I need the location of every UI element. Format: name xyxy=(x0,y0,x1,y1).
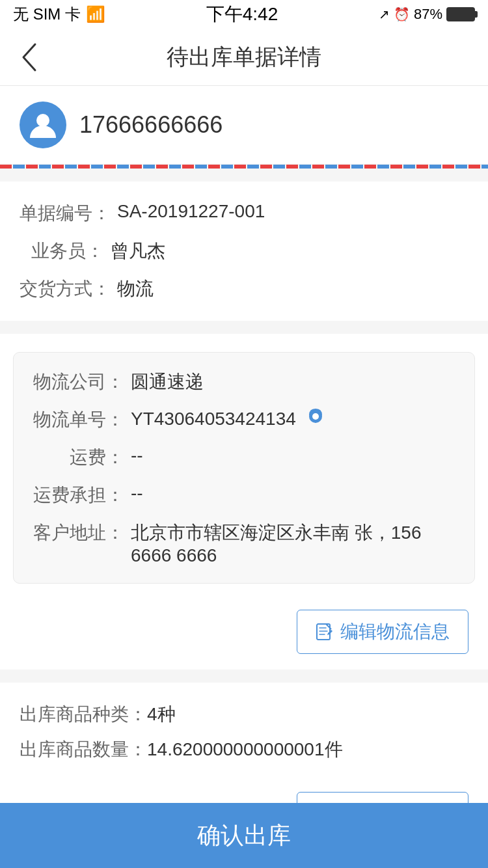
user-phone: 17666666666 xyxy=(79,111,223,139)
logistics-freight-value: -- xyxy=(131,445,455,466)
doc-info-section: 单据编号： SA-20191227-001 业务员： 曾凡杰 交货方式： 物流 xyxy=(0,182,488,321)
section-gap-3 xyxy=(0,670,488,683)
edit-logistics-button[interactable]: 编辑物流信息 xyxy=(297,610,468,654)
sales-rep-label: 业务员： xyxy=(20,239,111,264)
edit-icon xyxy=(316,623,334,641)
nav-bar: 待出库单据详情 xyxy=(0,29,488,86)
section-gap-1 xyxy=(0,169,488,182)
section-gap-2 xyxy=(0,321,488,334)
goods-type-row: 出库商品种类： 4种 xyxy=(20,702,468,727)
delivery-row: 交货方式： 物流 xyxy=(20,277,468,301)
status-bar: 无 SIM 卡 📶 下午4:42 ↗ ⏰ 87% xyxy=(0,0,488,29)
battery-percent: 87% xyxy=(414,6,442,23)
alarm-icon: ⏰ xyxy=(394,7,410,22)
goods-quantity-value: 14.620000000000001件 xyxy=(147,737,343,762)
logistics-tracking-value: YT43064053424134 xyxy=(131,407,455,431)
logistics-company-label: 物流公司： xyxy=(33,370,131,394)
logistics-card: 物流公司： 圆通速递 物流单号： YT43064053424134 xyxy=(13,352,475,584)
doc-number-label: 单据编号： xyxy=(20,201,117,226)
doc-number-value: SA-20191227-001 xyxy=(117,201,468,222)
logistics-company-row: 物流公司： 圆通速递 xyxy=(33,370,455,394)
location-icon: ↗ xyxy=(379,7,390,22)
page-title: 待出库单据详情 xyxy=(167,42,321,72)
svg-point-0 xyxy=(36,114,49,127)
status-time: 下午4:42 xyxy=(206,2,278,27)
logistics-address-row: 客户地址： 北京市市辖区海淀区永丰南 张，156 6666 6666 xyxy=(33,521,455,566)
logistics-freight-label: 运费： xyxy=(33,445,131,470)
logistics-tracking-row: 物流单号： YT43064053424134 xyxy=(33,407,455,432)
edit-logistics-section: 编辑物流信息 xyxy=(0,599,488,670)
goods-type-label: 出库商品种类： xyxy=(20,702,147,727)
logistics-bearer-label: 运费承担： xyxy=(33,483,131,508)
status-right: ↗ ⏰ 87% xyxy=(379,6,475,23)
bottom-bar: 确认出库 xyxy=(0,803,488,868)
edit-logistics-label: 编辑物流信息 xyxy=(340,619,450,644)
battery-icon xyxy=(446,7,475,21)
delivery-value: 物流 xyxy=(117,277,468,301)
sales-rep-row: 业务员： 曾凡杰 xyxy=(20,239,468,264)
wifi-icon: 📶 xyxy=(86,5,105,23)
avatar xyxy=(20,102,66,148)
person-icon xyxy=(27,109,59,141)
delivery-label: 交货方式： xyxy=(20,277,117,301)
logistics-bearer-row: 运费承担： -- xyxy=(33,483,455,508)
logistics-freight-row: 运费： -- xyxy=(33,445,455,470)
status-carrier: 无 SIM 卡 📶 xyxy=(13,4,105,25)
logistics-address-value: 北京市市辖区海淀区永丰南 张，156 6666 6666 xyxy=(131,521,455,566)
svg-point-2 xyxy=(312,413,319,420)
confirm-button[interactable]: 确认出库 xyxy=(197,820,291,852)
logistics-company-value: 圆通速递 xyxy=(131,370,455,394)
user-header: 17666666666 xyxy=(0,86,488,165)
goods-quantity-row: 出库商品数量： 14.620000000000001件 xyxy=(20,737,468,762)
goods-quantity-label: 出库商品数量： xyxy=(20,737,147,762)
doc-number-row: 单据编号： SA-20191227-001 xyxy=(20,201,468,226)
logistics-address-label: 客户地址： xyxy=(33,521,131,545)
logistics-tracking-label: 物流单号： xyxy=(33,407,131,432)
goods-section: 出库商品种类： 4种 出库商品数量： 14.620000000000001件 xyxy=(0,683,488,781)
goods-type-value: 4种 xyxy=(147,702,176,727)
logistics-bearer-value: -- xyxy=(131,483,455,504)
sales-rep-value: 曾凡杰 xyxy=(111,239,468,264)
location-pin-icon[interactable] xyxy=(304,407,327,431)
back-button[interactable] xyxy=(20,42,59,73)
